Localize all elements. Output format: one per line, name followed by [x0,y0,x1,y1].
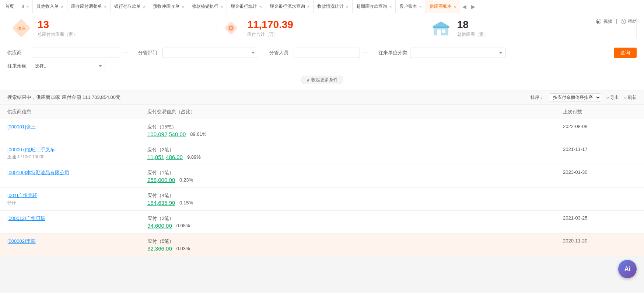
tab-customer-ledger[interactable]: 客户账本 × [396,0,426,13]
table-header: 供应商信息 应付交易信息（占比） 上次付数 [0,105,644,119]
transaction-label: 应付（5笔） [147,238,563,245]
person-ellipsis[interactable]: ··· [362,49,367,56]
transaction-percent: 0.15% [179,200,193,206]
table-row[interactable]: [000012]广州贝瑞 应付（2笔） 94,600.00 0.08% 2021… [0,211,644,234]
tab-cash-bank-stats[interactable]: 现金银行统计 × [227,0,266,13]
tab-3[interactable]: 3 × [18,0,33,13]
tab-cash-bank-flow-label: 现金银行流水查询 [270,3,305,10]
tab-receipt-exec[interactable]: 收款核销执行 × [188,0,227,13]
transaction-cell: 应付（15笔） 100,092,540.00 89.61% [147,124,563,137]
transaction-amount[interactable]: 32,366.00 [147,245,172,252]
sort-select[interactable]: 按应付余额倒序排序 [549,93,601,101]
tab-cash-bank-flow[interactable]: 现金银行流水查询 × [266,0,314,13]
supplier-link[interactable]: [000007]恒旺二手叉车 [7,146,147,153]
table-row[interactable]: [001]广州荣轩 仔仔 应付（4笔） 164,635.90 0.15% [0,188,644,211]
payable-suppliers-content: 13 总应付供应商（家） [38,18,77,38]
supplier-link[interactable]: [000012]广州贝瑞 [7,215,147,222]
flower-icon: ¥ [221,18,241,38]
video-link[interactable]: ▶ 视频 [596,18,612,25]
department-label: 分管部门 [138,49,160,56]
supplier-label: 供应商 [7,49,29,56]
supplier-link[interactable]: [000100]本特勤油品有限公司 [7,169,147,176]
refresh-button[interactable]: ○ 刷新 [624,94,637,101]
data-table: 供应商信息 应付交易信息（占比） 上次付数 [000001]张三 应付（15笔）… [0,105,644,256]
transaction-amount[interactable]: 100,092,540.00 [147,131,186,137]
transaction-amount[interactable]: 11,051,486.00 [147,154,183,160]
table-scroll-area[interactable]: [000001]张三 应付（15笔） 100,092,540.00 89.61%… [0,119,644,256]
filter-balance: 往来余额 选择... [7,61,105,71]
export-button[interactable]: ○ 导出 [606,94,619,101]
last-pay-date: 2022-08-08 [563,124,588,129]
tab-bank-deposit-close[interactable]: × [143,4,145,9]
tab-ar-ap-adjust-close[interactable]: × [104,4,106,9]
person-input[interactable] [294,48,360,58]
category-label: 往来单位分类 [378,49,408,56]
table-row[interactable]: [000002]李四 应付（5笔） 32,366.00 0.03% 2020-1… [0,234,644,256]
tab-nav-left[interactable]: ◀ [460,0,469,13]
transaction-amount[interactable]: 94,600.00 [147,223,172,229]
transaction-cell: 应付（1笔） 258,000.00 0.23% [147,169,563,183]
payable-suppliers-label: 总应付供应商（家） [38,31,77,38]
tab-receipt-stats-close[interactable]: × [346,4,348,9]
collapse-up-icon: ∧ [307,77,310,83]
transaction-amount[interactable]: 164,635.90 [147,200,175,206]
tab-supplier-ledger[interactable]: 供应商账本 × [426,0,460,13]
tab-other-income[interactable]: 其他收入单 × [33,0,67,13]
tab-customer-ledger-close[interactable]: × [419,4,421,9]
total-suppliers-number: 18 [457,18,488,31]
transaction-label: 应付（15笔） [147,124,563,130]
transaction-percent: 0.08% [176,223,190,228]
supplier-cell: [001]广州荣轩 仔仔 [7,192,147,206]
tab-prepay-offset[interactable]: 预收冲应收单 × [149,0,188,13]
last-pay-date: 2020-11-20 [563,238,588,244]
tab-nav-right[interactable]: ▶ [469,0,478,13]
tab-3-close[interactable]: × [27,4,29,9]
help-icon: ? [621,19,626,24]
tab-cash-bank-flow-close[interactable]: × [307,4,309,9]
collapse-button[interactable]: ∧ 收起更多条件 [301,76,343,84]
category-select[interactable] [410,48,506,58]
svg-text:供应: 供应 [17,26,25,31]
collapse-label: 收起更多条件 [311,77,338,83]
supplier-link[interactable]: [001]广州荣轩 [7,192,147,199]
balance-select[interactable]: 选择... [32,61,105,71]
tab-receipt-exec-close[interactable]: × [221,4,223,9]
svg-text:¥: ¥ [230,27,232,30]
lastpay-cell: 2022-08-08 [563,124,637,129]
table-row[interactable]: [000100]本特勤油品有限公司 应付（1笔） 258,000.00 0.23… [0,165,644,188]
export-icon: ○ [606,95,609,100]
search-button[interactable]: 查询 [614,48,637,58]
tab-other-income-close[interactable]: × [61,4,63,9]
tab-home[interactable]: 首页 [1,0,18,13]
tab-ar-ap-adjust[interactable]: 应收应付调整单 × [67,0,111,13]
tab-supplier-ledger-close[interactable]: × [454,4,456,9]
help-link[interactable]: ? 帮助 [621,18,637,25]
supplier-cell: [000001]张三 [7,124,147,130]
supplier-link[interactable]: [000002]李四 [7,238,147,245]
tab-overdue-ar-label: 超期应收款查询 [356,3,387,10]
transaction-cell: 应付（5笔） 32,366.00 0.03% [147,238,563,252]
tab-overdue-ar-close[interactable]: × [389,4,392,9]
separator: | [616,18,617,25]
tab-prepay-offset-close[interactable]: × [182,4,184,9]
svg-rect-12 [433,27,449,28]
store-icon [431,18,451,38]
tab-overdue-ar[interactable]: 超期应收款查询 × [353,0,396,13]
transaction-amount[interactable]: 258,000.00 [147,177,175,183]
supplier-ellipsis[interactable]: ··· [122,49,127,56]
supplier-sub: 仔仔 [7,200,147,206]
tab-receipt-stats[interactable]: 收款情况统计 × [314,0,352,13]
payable-suppliers-number: 13 [38,18,77,31]
table-row[interactable]: [000001]张三 应付（15笔） 100,092,540.00 89.61%… [0,119,644,142]
tab-cash-bank-stats-close[interactable]: × [259,4,262,9]
supplier-link[interactable]: [000001]张三 [7,124,147,130]
supplier-input[interactable] [32,48,120,58]
department-select[interactable] [162,48,258,58]
tab-ar-ap-adjust-label: 应收应付调整单 [71,3,102,10]
tab-receipt-stats-label: 收款情况统计 [317,3,344,10]
table-row[interactable]: [000007]恒旺二手叉车 王通 17106110000 应付（2笔） 11,… [0,142,644,165]
tab-supplier-ledger-label: 供应商账本 [430,3,452,10]
tab-prepay-offset-label: 预收冲应收单 [153,3,179,10]
tab-bank-deposit[interactable]: 银行存取款单 × [111,0,149,13]
person-label: 分管人员 [269,49,291,56]
